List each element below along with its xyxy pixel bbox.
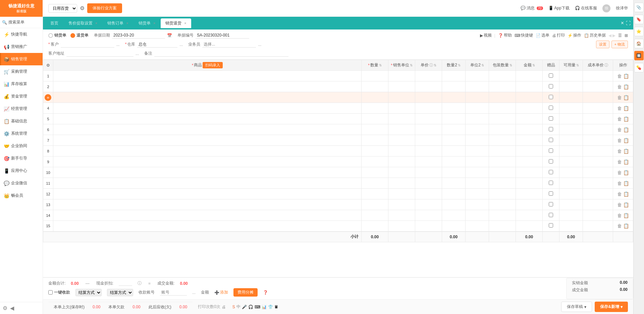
copy-row-btn[interactable]: 📋 [623,148,629,154]
calendar-icon[interactable]: 📅 [167,33,172,38]
sidebar-item-basic[interactable]: 📋 基础信息 [0,115,43,127]
tab-close-sales[interactable]: × [153,21,155,25]
pkg-cell[interactable] [489,178,516,189]
unit-cell[interactable] [388,135,415,146]
sort-price-icon[interactable]: ⇅ [434,63,436,67]
avail-cell[interactable] [559,135,583,146]
qty-cell[interactable] [362,167,388,178]
delete-row-btn[interactable]: 🗑 [617,116,622,122]
qty-cell[interactable] [362,210,388,221]
gift-cell[interactable] [543,189,559,199]
tab-price-settings[interactable]: 售价提取设置 × [64,18,102,28]
experience-btn[interactable]: 体验行业方案 [87,3,122,13]
amount-cell[interactable] [516,81,543,92]
cash-discount-input[interactable] [119,281,132,286]
sidebar-item-newbie[interactable]: 🎯 新手引导 [0,152,43,165]
tab-sales[interactable]: 销货单 × [134,18,160,28]
qty-cell[interactable] [362,81,388,92]
product-cell[interactable] [53,71,362,81]
product-cell[interactable] [53,189,362,199]
unit2-cell[interactable] [466,199,489,210]
gift-checkbox[interactable] [549,170,553,174]
calculator-icon[interactable]: 🖩 [274,305,278,309]
unit2-cell[interactable] [466,124,489,135]
collapse-icon[interactable]: ◀ [10,305,14,311]
unit-cell[interactable] [388,178,415,189]
save-draft-btn[interactable]: 保存草稿 ▾ [561,302,592,312]
gift-checkbox[interactable] [549,84,553,88]
gift-cell[interactable] [543,124,559,135]
qty-cell[interactable] [362,156,388,167]
qty-cell[interactable] [362,199,388,210]
copy-row-btn[interactable]: 📋 [623,223,629,229]
sidebar-item-wechat[interactable]: 💬 企业微信 [0,177,43,189]
unit2-cell[interactable] [466,81,489,92]
cost-cell[interactable] [583,156,613,167]
copy-row-btn[interactable]: 📋 [623,202,629,207]
customer-input[interactable] [61,41,114,48]
unit2-cell[interactable] [466,114,489,124]
online-service-link[interactable]: 🎧 在线客服 [575,5,597,11]
pkg-cell[interactable] [489,210,516,221]
print-btn[interactable]: 🖨 打印 [552,33,565,38]
cost-cell[interactable] [583,135,613,146]
cost-cell[interactable] [583,199,613,210]
gift-checkbox[interactable] [549,159,553,164]
pkg-cell[interactable] [489,103,516,114]
product-cell[interactable] [53,124,362,135]
unit-cell[interactable] [388,103,415,114]
unit2-cell[interactable] [466,167,489,178]
pkg-cell[interactable] [489,124,516,135]
price-cell[interactable] [415,81,442,92]
right-panel-icon-4[interactable]: 🏠 [634,39,644,48]
gift-checkbox[interactable] [549,213,553,217]
avail-cell[interactable] [559,103,583,114]
keyboard-icon[interactable]: ⌨ [255,305,260,309]
delete-row-btn[interactable]: 🗑 [617,170,622,175]
select-btn[interactable]: 📄 选单 [536,33,549,38]
gift-cell[interactable] [543,71,559,81]
price-cell[interactable] [415,178,442,189]
qty2-cell[interactable] [442,114,466,124]
unit-cell[interactable] [388,124,415,135]
amount-cell[interactable] [516,92,543,103]
help-btn[interactable]: ❓ 帮助 [498,33,512,38]
qty2-cell[interactable] [442,135,466,146]
delete-row-btn[interactable]: 🗑 [617,223,622,229]
pkg-cell[interactable] [489,114,516,124]
price-cell[interactable] [415,92,442,103]
staff-input[interactable] [202,41,256,48]
qty-cell[interactable] [362,92,388,103]
cost-cell[interactable] [583,146,613,156]
right-panel-icon-6[interactable]: 💊 [634,63,644,72]
gift-cell[interactable] [543,114,559,124]
sidebar-item-finance[interactable]: 💰 资金管理 [0,90,43,103]
product-cell[interactable] [53,103,362,114]
pkg-cell[interactable] [489,199,516,210]
pkg-cell[interactable] [489,167,516,178]
cost-cell[interactable] [583,189,613,199]
delete-row-btn[interactable]: 🗑 [617,159,622,165]
gift-checkbox[interactable] [549,73,553,78]
category-select[interactable]: 日用百货 [48,4,77,13]
qty2-cell[interactable] [442,221,466,232]
qty-cell[interactable] [362,124,388,135]
unit-cell[interactable] [388,81,415,92]
doc-no-input[interactable] [196,32,249,39]
delete-row-btn[interactable]: 🗑 [617,127,622,132]
one-key-checkbox[interactable] [48,290,53,295]
avail-cell[interactable] [559,124,583,135]
unit2-cell[interactable] [466,146,489,156]
avail-cell[interactable] [559,146,583,156]
gift-cell[interactable] [543,103,559,114]
tab-close-return[interactable]: × [184,21,186,25]
topbar-gear-icon[interactable]: ⚙ [80,5,85,11]
cost-cell[interactable] [583,221,613,232]
cost-info-icon[interactable]: ⓘ [604,63,608,68]
copy-row-btn[interactable]: 📋 [623,84,629,89]
tab-home[interactable]: 首页 [46,18,63,28]
unit2-cell[interactable] [466,189,489,199]
avail-cell[interactable] [559,92,583,103]
avail-cell[interactable] [559,156,583,167]
gift-checkbox[interactable] [549,95,553,99]
